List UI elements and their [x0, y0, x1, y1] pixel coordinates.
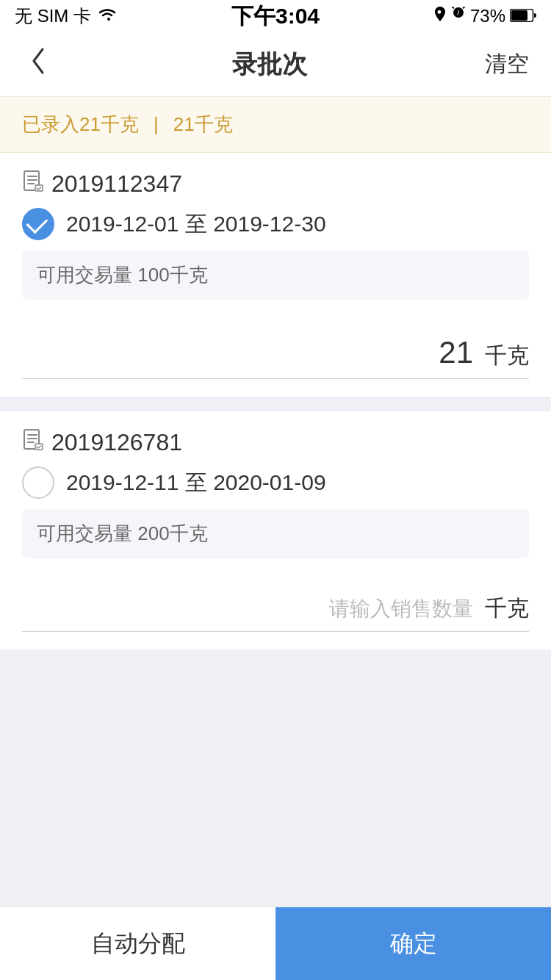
auto-distribute-button[interactable]: 自动分配	[0, 907, 276, 980]
batch-id-1: 2019112347	[51, 170, 182, 198]
confirm-button[interactable]: 确定	[276, 907, 551, 980]
bottom-buttons: 自动分配 确定	[0, 907, 551, 980]
batch-radio-1[interactable]	[22, 208, 54, 240]
alarm-icon	[451, 6, 466, 26]
batch-date-1: 2019-12-01 至 2019-12-30	[66, 209, 326, 239]
carrier-text: 无 SIM 卡	[15, 4, 91, 28]
status-bar: 无 SIM 卡 下午3:04 73%	[0, 0, 551, 32]
wifi-icon	[97, 6, 118, 26]
batch-date-row-1[interactable]: 2019-12-01 至 2019-12-30	[22, 208, 529, 240]
batch-avail-1: 可用交易量 100千克	[22, 251, 529, 300]
battery-icon	[510, 6, 536, 26]
batch-item-1: 2019112347 2019-12-01 至 2019-12-30 可用交易量…	[0, 153, 551, 328]
batch-date-row-2[interactable]: 2019-12-11 至 2020-01-09	[22, 466, 529, 499]
svg-rect-1	[511, 10, 527, 21]
status-left: 无 SIM 卡	[15, 4, 118, 28]
batch-header-2: 2019126781	[22, 429, 529, 456]
info-divider: |	[154, 113, 159, 136]
batch-doc-icon-2	[22, 429, 44, 456]
qty-placeholder-2: 请输入销售数量	[22, 595, 473, 623]
batch-item-2: 2019126781 2019-12-11 至 2020-01-09 可用交易量…	[0, 411, 551, 586]
page-title: 录批次	[232, 48, 307, 82]
batch-radio-2[interactable]	[22, 466, 54, 499]
location-icon	[433, 6, 447, 26]
bottom-space	[0, 649, 551, 929]
qty-unit-2: 千克	[485, 594, 529, 624]
quantity-row-1: 21 千克	[0, 328, 551, 397]
qty-value-1: 21	[439, 335, 473, 370]
info-value: 21千克	[173, 112, 233, 137]
batch-avail-2: 可用交易量 200千克	[22, 509, 529, 558]
nav-bar: 录批次 清空	[0, 32, 551, 97]
status-right: 73%	[433, 6, 536, 26]
clear-button[interactable]: 清空	[485, 49, 529, 79]
batch-id-2: 2019126781	[51, 429, 182, 456]
back-button[interactable]	[22, 39, 54, 90]
batch-date-2: 2019-12-11 至 2020-01-09	[66, 468, 326, 498]
info-banner: 已录入21千克 | 21千克	[0, 97, 551, 153]
info-label: 已录入21千克	[22, 112, 139, 137]
qty-unit-1: 千克	[485, 341, 529, 371]
quantity-row-2: 请输入销售数量 千克	[0, 586, 551, 649]
battery-text: 73%	[470, 6, 505, 26]
batch-doc-icon-1	[22, 170, 44, 198]
batch-header-1: 2019112347	[22, 170, 529, 198]
section-separator	[0, 397, 551, 411]
status-time: 下午3:04	[231, 1, 320, 32]
